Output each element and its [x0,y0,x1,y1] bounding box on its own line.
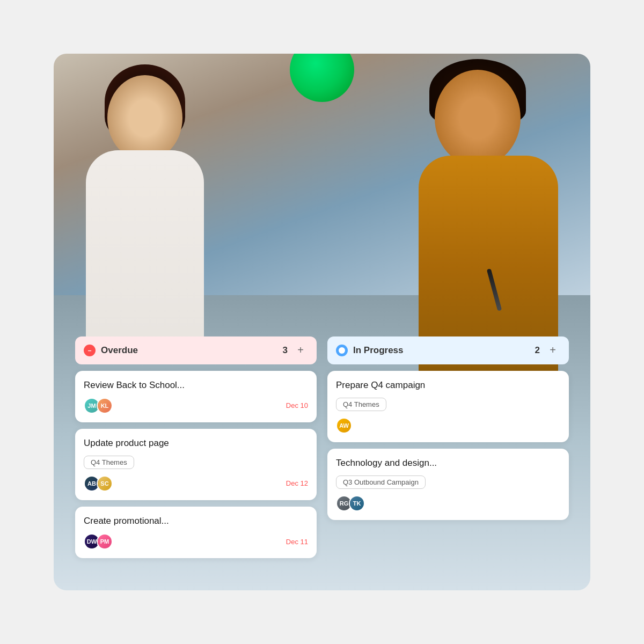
task-4-footer: AW [336,418,560,434]
overdue-add-button[interactable]: + [293,343,308,358]
overdue-count: 3 [283,345,288,356]
in-progress-add-button[interactable]: + [545,343,560,358]
task-3-title: Create promotional... [84,515,308,527]
task-1-due-date: Dec 10 [286,401,308,409]
in-progress-label: In Progress [353,345,530,356]
task-2-tag-label: Q4 Themes [84,456,134,469]
overdue-column: – Overdue 3 + Review Back to School... J… [75,336,317,558]
task-4-avatars: AW [336,418,349,434]
task-1-title: Review Back to School... [84,379,308,391]
task-card-1[interactable]: Review Back to School... JM KL Dec 10 [75,371,317,422]
in-progress-status-icon [336,345,348,356]
task-card-2[interactable]: Update product page Q4 Themes AB SC Dec … [75,429,317,500]
overdue-status-icon: – [84,345,96,356]
task-2-due-date: Dec 12 [286,479,308,487]
task-2-tag: Q4 Themes [84,456,308,475]
task-4-tag-label: Q4 Themes [336,398,386,411]
person-left-body [86,150,204,354]
task-1-avatars: JM KL [84,398,109,414]
in-progress-count: 2 [535,345,540,356]
task-3-due-date: Dec 11 [286,538,308,546]
task-2-avatars: AB SC [84,475,109,492]
person-left-head [107,75,182,161]
task-2-title: Update product page [84,437,308,449]
avatar-1b: KL [97,398,113,414]
task-card-5[interactable]: Technology and design... Q3 Outbound Cam… [327,449,569,520]
in-progress-column: In Progress 2 + Prepare Q4 campaign Q4 T… [327,336,569,558]
task-5-title: Technology and design... [336,457,560,469]
task-card-4[interactable]: Prepare Q4 campaign Q4 Themes AW [327,371,569,442]
in-progress-icon-symbol [339,347,345,354]
task-3-avatars: DW PM [84,533,109,550]
overdue-column-header: – Overdue 3 + [75,336,317,364]
in-progress-column-header: In Progress 2 + [327,336,569,364]
task-4-tag-wrapper: Q4 Themes [336,398,560,418]
avatar-5b: TK [349,495,365,511]
person-right-head [435,70,521,166]
avatar-2b: SC [97,475,113,492]
task-5-tag-label: Q3 Outbound Campaign [336,475,426,489]
avatar-4a: AW [336,418,352,434]
task-4-title: Prepare Q4 campaign [336,379,560,391]
task-1-footer: JM KL Dec 10 [84,398,308,414]
task-5-footer: RG TK [336,495,560,511]
avatar-3b: PM [97,533,113,550]
task-card-3[interactable]: Create promotional... DW PM Dec 11 [75,507,317,558]
task-5-tag-wrapper: Q3 Outbound Campaign [336,475,560,495]
app-container: – Overdue 3 + Review Back to School... J… [54,54,590,590]
task-3-footer: DW PM Dec 11 [84,533,308,550]
cards-overlay: – Overdue 3 + Review Back to School... J… [75,336,569,558]
overdue-label: Overdue [101,345,277,356]
task-2-footer: AB SC Dec 12 [84,475,308,492]
overdue-icon-symbol: – [88,347,92,354]
task-5-avatars: RG TK [336,495,362,511]
